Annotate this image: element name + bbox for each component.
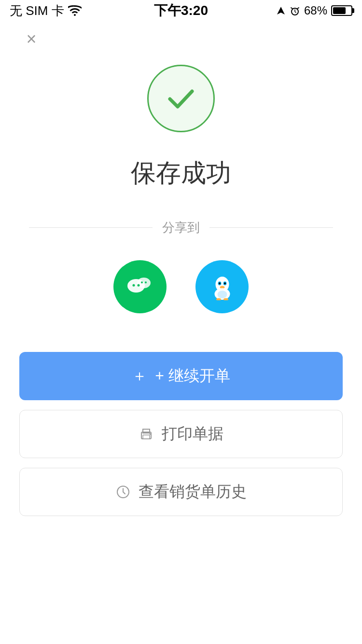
svg-point-6 — [145, 281, 147, 283]
svg-point-2 — [137, 278, 151, 288]
divider-line-right — [209, 227, 333, 228]
action-buttons: ＋ + 继续开单 打印单据 查看销货单历史 — [0, 352, 362, 516]
battery-icon — [331, 5, 352, 16]
alarm-icon — [290, 5, 300, 16]
close-icon: × — [26, 30, 36, 48]
svg-point-5 — [141, 281, 143, 283]
continue-button[interactable]: ＋ + 继续开单 — [19, 352, 343, 400]
status-right: 68% — [276, 4, 352, 17]
continue-label: + 继续开单 — [155, 365, 230, 387]
share-wechat-button[interactable] — [113, 260, 167, 313]
print-button[interactable]: 打印单据 — [19, 410, 343, 458]
wechat-icon — [125, 272, 154, 301]
svg-point-14 — [217, 291, 227, 298]
divider-line-left — [29, 227, 153, 228]
history-button[interactable]: 查看销货单历史 — [19, 468, 343, 516]
history-label: 查看销货单历史 — [139, 481, 247, 503]
share-label: 分享到 — [153, 219, 209, 236]
location-icon — [276, 6, 286, 15]
print-label: 打印单据 — [162, 423, 223, 445]
status-left: 无 SIM 卡 — [10, 2, 82, 19]
close-button[interactable]: × — [19, 27, 43, 51]
success-circle — [147, 65, 215, 132]
svg-point-4 — [138, 284, 140, 287]
print-icon — [139, 426, 154, 442]
history-icon — [115, 484, 131, 500]
share-icons — [113, 260, 249, 313]
svg-point-20 — [150, 434, 151, 435]
status-bar: 无 SIM 卡 下午3:20 68% — [0, 0, 362, 21]
sim-status: 无 SIM 卡 — [10, 2, 64, 19]
battery-percent: 68% — [304, 4, 327, 17]
svg-point-11 — [224, 282, 226, 284]
checkmark-icon — [164, 82, 198, 115]
svg-point-10 — [219, 282, 221, 284]
share-divider: 分享到 — [0, 219, 362, 236]
share-qq-button[interactable] — [195, 260, 249, 313]
main-content: 保存成功 分享到 — [0, 21, 362, 516]
success-title: 保存成功 — [131, 156, 231, 190]
status-time: 下午3:20 — [154, 1, 208, 20]
qq-icon — [209, 274, 236, 300]
svg-rect-19 — [143, 435, 150, 439]
svg-point-3 — [133, 284, 135, 287]
wifi-icon — [68, 5, 82, 16]
continue-icon: ＋ — [132, 365, 147, 387]
